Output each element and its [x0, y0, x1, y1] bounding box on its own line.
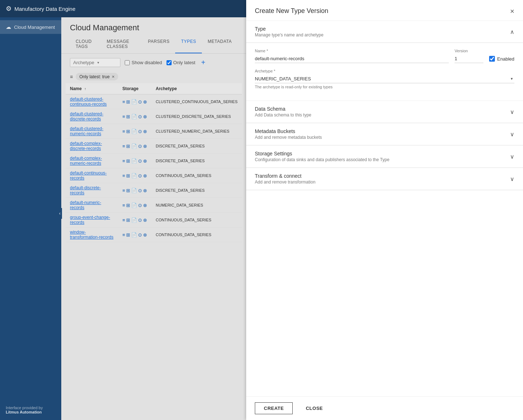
stack-icon: ≡: [122, 99, 125, 105]
section-data-schema-toggle-icon: ∨: [510, 109, 514, 115]
record-name-link[interactable]: default-continuous-records: [70, 171, 107, 181]
footer-line1: Interface provided by: [6, 406, 43, 410]
archetype-filter-label: Archetype: [73, 60, 94, 65]
section-transform-connect-header[interactable]: Transform & connect Add and remove trans…: [246, 168, 523, 190]
col-storage-label: Storage: [122, 86, 138, 91]
section-storage-settings-subtitle: Configuration of data sinks and data pub…: [255, 157, 389, 162]
cell-storage: ≡ ⊞ 📄 ⊙ ⊗: [118, 94, 151, 109]
table-row: default-numeric-records ≡ ⊞ 📄 ⊙ ⊗ NUMERI…: [66, 198, 242, 213]
section-type-header[interactable]: Type Manage type's name and archetype ∧: [246, 21, 523, 43]
settings-icon: ⊙: [138, 217, 142, 223]
create-button[interactable]: CREATE: [255, 402, 293, 414]
cell-name: default-discrete-records: [66, 183, 118, 198]
settings-icon: ⊙: [138, 114, 142, 119]
close-button[interactable]: CLOSE: [297, 403, 331, 414]
tab-message-classes[interactable]: MESSAGE CLASSES: [101, 35, 142, 53]
section-type-subtitle: Manage type's name and archetype: [255, 32, 323, 37]
modal-close-button[interactable]: ×: [510, 8, 514, 15]
section-type-content: Name * Version Enabled Archetype *: [246, 43, 523, 101]
record-name-link[interactable]: default-discrete-records: [70, 185, 101, 195]
record-name-link[interactable]: window-transformation-records: [70, 230, 114, 240]
stack-icon: ≡: [122, 203, 125, 208]
record-name-link[interactable]: default-complex-numeric-records: [70, 156, 102, 166]
stack-icon: ≡: [122, 129, 125, 134]
footer-line2: Litmus Automation: [6, 410, 43, 414]
section-metadata-buckets: Metadata Buckets Add and remove metadata…: [246, 123, 523, 146]
archetype-label: Archetype *: [255, 69, 514, 73]
doc-icon: 📄: [131, 232, 137, 238]
doc-icon: 📄: [131, 99, 137, 105]
table-row: default-discrete-records ≡ ⊞ 📄 ⊙ ⊗ DISCR…: [66, 183, 242, 198]
col-archetype-label: Archetype: [156, 86, 177, 91]
settings-icon: ⊙: [138, 99, 142, 105]
section-type-toggle-icon: ∧: [510, 28, 514, 35]
cell-storage: ≡ ⊞ 📄 ⊙ ⊗: [118, 109, 151, 124]
settings-icon: ⊙: [138, 158, 142, 164]
section-data-schema-header[interactable]: Data Schema Add Data schema to this type…: [246, 101, 523, 123]
filter-chip-close[interactable]: ×: [112, 74, 115, 79]
col-name[interactable]: Name ↑: [66, 83, 118, 94]
sidebar-collapse-button[interactable]: ‹: [58, 208, 62, 219]
enabled-checkbox[interactable]: [489, 56, 495, 62]
col-storage[interactable]: Storage: [118, 83, 151, 94]
ban-icon: ⊗: [143, 232, 147, 238]
sidebar: ☁ Cloud Management Interface provided by…: [0, 17, 61, 420]
tab-types[interactable]: TYPES: [175, 35, 202, 53]
cell-name: default-complex-discrete-records: [66, 139, 118, 154]
cell-archetype: CONTINUOUS_DATA_SERIES: [151, 227, 242, 242]
section-metadata-buckets-header[interactable]: Metadata Buckets Add and remove metadata…: [246, 123, 523, 145]
record-name-link[interactable]: default-clustered-continuous-records: [70, 97, 107, 107]
top-nav: ⚙ Manufactory Data Engine: [0, 0, 246, 17]
modal-footer: CREATE CLOSE: [246, 396, 523, 420]
only-latest-checkbox-label[interactable]: Only latest: [167, 60, 195, 65]
tab-cloud-tags[interactable]: CLOUD TAGS: [70, 35, 101, 53]
add-button[interactable]: +: [201, 58, 205, 67]
section-type-title: Type: [255, 26, 323, 32]
settings-icon: ⊙: [138, 232, 142, 238]
cell-storage: ≡ ⊞ 📄 ⊙ ⊗: [118, 124, 151, 139]
grid-icon: ⊞: [126, 203, 130, 208]
settings-icon: ⊙: [138, 203, 142, 208]
form-group-version: Version: [455, 49, 483, 63]
cell-archetype: CONTINUOUS_DATA_SERIES: [151, 168, 242, 183]
record-name-link[interactable]: default-numeric-records: [70, 200, 101, 210]
cell-archetype: DISCRETE_DATA_SERIES: [151, 183, 242, 198]
table-row: window-transformation-records ≡ ⊞ 📄 ⊙ ⊗ …: [66, 227, 242, 242]
record-name-link[interactable]: default-clustered-discrete-records: [70, 111, 103, 121]
archetype-filter[interactable]: Archetype ▾: [70, 58, 120, 67]
storage-icons: ≡ ⊞ 📄 ⊙ ⊗: [122, 173, 147, 178]
show-disabled-checkbox[interactable]: [125, 60, 130, 65]
doc-icon: 📄: [131, 143, 137, 149]
table-row: default-clustered-discrete-records ≡ ⊞ 📄…: [66, 109, 242, 124]
modal-header: Create New Type Version ×: [246, 0, 523, 21]
show-disabled-checkbox-label[interactable]: Show disabled: [125, 60, 162, 65]
table-row: default-clustered-numeric-records ≡ ⊞ 📄 …: [66, 124, 242, 139]
name-label: Name *: [255, 49, 449, 53]
ban-icon: ⊗: [143, 143, 147, 149]
record-name-link[interactable]: default-complex-discrete-records: [70, 141, 102, 151]
archetype-select-field[interactable]: NUMERIC_DATA_SERIES: [255, 75, 514, 83]
stack-icon: ≡: [122, 114, 125, 119]
record-name-link[interactable]: default-clustered-numeric-records: [70, 126, 103, 136]
sidebar-item-cloud-management[interactable]: ☁ Cloud Management: [0, 20, 61, 34]
tab-parsers[interactable]: PARSERS: [142, 35, 176, 53]
tab-metadata[interactable]: METADATA: [202, 35, 238, 53]
record-name-link[interactable]: group-event-change-records: [70, 215, 110, 225]
doc-icon: 📄: [131, 173, 137, 178]
col-archetype[interactable]: Archetype: [151, 83, 242, 94]
section-storage-settings-title: Storage Settings: [255, 151, 389, 156]
version-input[interactable]: [455, 54, 483, 63]
page-title: Cloud Management: [61, 17, 246, 32]
stack-icon: ≡: [122, 232, 125, 238]
only-latest-checkbox[interactable]: [167, 60, 172, 65]
version-label: Version: [455, 49, 483, 53]
grid-icon: ⊞: [126, 129, 130, 134]
grid-icon: ⊞: [126, 173, 130, 178]
section-storage-settings-header[interactable]: Storage Settings Configuration of data s…: [246, 146, 523, 168]
cell-name: default-clustered-discrete-records: [66, 109, 118, 124]
storage-icons: ≡ ⊞ 📄 ⊙ ⊗: [122, 158, 147, 164]
name-input[interactable]: [255, 54, 449, 63]
filter-chip-label: Only latest: true: [79, 74, 110, 79]
doc-icon: 📄: [131, 188, 137, 193]
storage-icons: ≡ ⊞ 📄 ⊙ ⊗: [122, 99, 147, 105]
